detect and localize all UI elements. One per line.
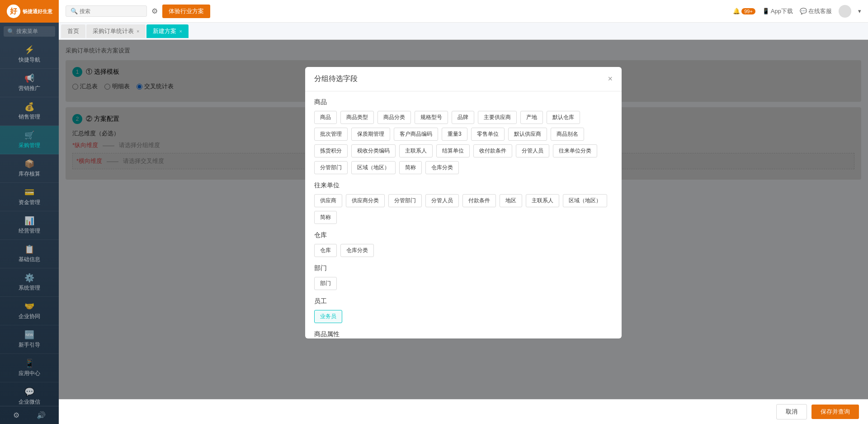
sidebar-item-label: 销售管理 <box>19 113 40 121</box>
guide-icon: 🆕 <box>24 330 34 340</box>
topbar-search[interactable]: 🔍 <box>66 5 147 17</box>
field-tag-expiry-mgmt[interactable]: 保质期管理 <box>351 128 390 141</box>
field-tag-abbr[interactable]: 简称 <box>314 211 337 224</box>
field-tag-warehouse-cat[interactable]: 仓库分类 <box>340 244 374 257</box>
field-tag-manager[interactable]: 分管人员 <box>516 144 549 157</box>
sidebar-search-area: 🔍 搜索菜单 <box>0 23 59 40</box>
tab-home[interactable]: 首页 <box>61 24 85 38</box>
field-tags-counterparty: 供应商供应商分类分管部门分管人员付款条件地区主联系人区域（地区）简称 <box>314 194 613 224</box>
sidebar-item-marketing[interactable]: 📢 营销推广 <box>0 69 59 97</box>
sidebar-item-guide[interactable]: 🆕 新手引导 <box>0 325 59 354</box>
field-tag-dept-charge[interactable]: 分管部门 <box>314 161 348 174</box>
field-tag-product-alias[interactable]: 商品别名 <box>551 128 584 141</box>
field-tag-supplier[interactable]: 供应商 <box>314 194 342 207</box>
section-title-product-attr: 商品属性 <box>314 330 613 338</box>
modal-title: 分组待选字段 <box>314 74 358 84</box>
sidebar-item-inventory[interactable]: 📦 库存核算 <box>0 154 59 183</box>
field-tag-tax-code[interactable]: 税收分类编码 <box>351 144 396 157</box>
field-tag-dept-field[interactable]: 部门 <box>314 277 337 290</box>
field-section-department: 部门部门 <box>314 264 613 290</box>
sidebar-item-system[interactable]: ⚙️ 系统管理 <box>0 268 59 297</box>
search-icon: 🔍 <box>71 8 78 14</box>
service-icon: 💬 <box>800 8 807 14</box>
field-tag-main-supplier[interactable]: 主要供应商 <box>478 111 517 124</box>
field-tag-settle-unit[interactable]: 结算单位 <box>436 144 470 157</box>
field-tag-contact-person[interactable]: 主联系人 <box>399 144 433 157</box>
sidebar-search-label: 搜索菜单 <box>16 28 38 35</box>
avatar[interactable] <box>839 5 851 18</box>
field-section-employee: 员工业务员 <box>314 297 613 323</box>
app-download-area[interactable]: 📱 App下载 <box>762 7 793 15</box>
tabbar: 首页 采购订单统计表 × 新建方案 × <box>59 23 868 40</box>
field-tag-product[interactable]: 商品 <box>314 111 337 124</box>
field-tag-spec-type[interactable]: 规格型号 <box>415 111 448 124</box>
field-tag-origin[interactable]: 产地 <box>520 111 543 124</box>
field-tag-region-area[interactable]: 区域（地区） <box>351 161 396 174</box>
online-service-area[interactable]: 💬 在线客服 <box>800 7 832 15</box>
sidebar-item-finance[interactable]: 💳 资金管理 <box>0 183 59 211</box>
tab-new-plan[interactable]: 新建方案 × <box>146 24 188 38</box>
section-title-department: 部门 <box>314 264 613 272</box>
tab-purchase-stats-close[interactable]: × <box>137 29 139 34</box>
field-tag-dept-person[interactable]: 分管人员 <box>425 194 459 207</box>
volume-icon[interactable]: 🔊 <box>37 411 46 419</box>
sidebar-item-label: 经营管理 <box>19 227 40 235</box>
field-tag-source-unit-category[interactable]: 往来单位分类 <box>553 144 597 157</box>
sidebar-item-label: 基础信息 <box>19 256 40 263</box>
bottom-bar: 取消 保存并查询 <box>59 399 868 424</box>
field-tag-default-supplier[interactable]: 默认供应商 <box>508 128 547 141</box>
field-tag-warehouse-category[interactable]: 仓库分类 <box>425 161 459 174</box>
field-tag-payment-terms[interactable]: 收付款条件 <box>473 144 512 157</box>
modal-header: 分组待选字段 × <box>305 67 622 91</box>
sidebar-item-basic-info[interactable]: 📋 基础信息 <box>0 240 59 268</box>
field-tag-weight3[interactable]: 重量3 <box>442 128 467 141</box>
section-title-counterparty: 往来单位 <box>314 181 613 190</box>
topbar: 🔍 ⚙ 体验行业方案 🔔 99+ 📱 App下载 💬 在线客服 <box>59 0 868 23</box>
sidebar-item-label: 新手引导 <box>19 341 40 349</box>
field-tag-area-region[interactable]: 区域（地区） <box>563 194 607 207</box>
sidebar-item-quick-nav[interactable]: ⚡ 快捷导航 <box>0 40 59 69</box>
sidebar-item-label: 系统管理 <box>19 284 40 292</box>
field-tag-default-warehouse[interactable]: 默认仓库 <box>547 111 580 124</box>
sidebar-item-sales[interactable]: 💰 销售管理 <box>0 97 59 126</box>
search-input[interactable] <box>80 8 134 14</box>
settings-gear-icon[interactable]: ⚙ <box>151 7 158 15</box>
save-query-button[interactable]: 保存并查询 <box>811 405 859 419</box>
sidebar-item-app-center[interactable]: 📱 应用中心 <box>0 354 59 382</box>
notification-badge: 99+ <box>741 8 755 14</box>
tab-purchase-stats[interactable]: 采购订单统计表 × <box>86 24 146 38</box>
field-tag-payment-condition[interactable]: 付款条件 <box>462 194 496 207</box>
modal-body: 商品商品商品类型商品分类规格型号品牌主要供应商产地默认仓库批次管理保质期管理客户… <box>305 91 622 338</box>
field-tag-pick-score[interactable]: 拣货积分 <box>314 144 348 157</box>
field-section-product: 商品商品商品类型商品分类规格型号品牌主要供应商产地默认仓库批次管理保质期管理客户… <box>314 98 613 174</box>
purchase-icon: 🛒 <box>24 130 34 140</box>
field-tag-product-type[interactable]: 商品类型 <box>340 111 374 124</box>
sidebar-item-label: 快捷导航 <box>19 56 40 64</box>
tab-new-plan-close[interactable]: × <box>179 29 182 34</box>
settings-icon[interactable]: ⚙ <box>13 411 19 419</box>
collab-icon: 🤝 <box>24 301 34 311</box>
field-tag-brand[interactable]: 品牌 <box>452 111 474 124</box>
modal-close-btn[interactable]: × <box>608 74 613 84</box>
sidebar-item-wechat[interactable]: 💬 企业微信 <box>0 382 59 406</box>
field-tag-customer-code[interactable]: 客户商品编码 <box>394 128 438 141</box>
field-tag-dept[interactable]: 分管部门 <box>388 194 422 207</box>
experience-btn[interactable]: 体验行业方案 <box>162 5 210 18</box>
field-tag-salesperson[interactable]: 业务员 <box>314 310 342 323</box>
cancel-button[interactable]: 取消 <box>776 404 807 419</box>
notification-area[interactable]: 🔔 99+ <box>733 8 755 14</box>
field-tag-short-name[interactable]: 简称 <box>399 161 422 174</box>
finance-icon: 💳 <box>24 187 34 197</box>
field-tag-product-category[interactable]: 商品分类 <box>377 111 411 124</box>
field-tag-retail-unit[interactable]: 零售单位 <box>471 128 505 141</box>
field-tag-area[interactable]: 地区 <box>500 194 522 207</box>
field-tag-supplier-category[interactable]: 供应商分类 <box>346 194 385 207</box>
sidebar-item-collab[interactable]: 🤝 企业协同 <box>0 297 59 325</box>
field-tag-batch-mgmt[interactable]: 批次管理 <box>314 128 348 141</box>
sidebar-item-purchase[interactable]: 🛒 采购管理 <box>0 126 59 154</box>
main-area: 🔍 ⚙ 体验行业方案 🔔 99+ 📱 App下载 💬 在线客服 <box>59 0 868 424</box>
field-tag-main-contact[interactable]: 主联系人 <box>526 194 559 207</box>
field-tag-warehouse[interactable]: 仓库 <box>314 244 337 257</box>
online-service-label: 在线客服 <box>808 7 832 15</box>
sidebar-item-operations[interactable]: 📊 经营管理 <box>0 211 59 240</box>
